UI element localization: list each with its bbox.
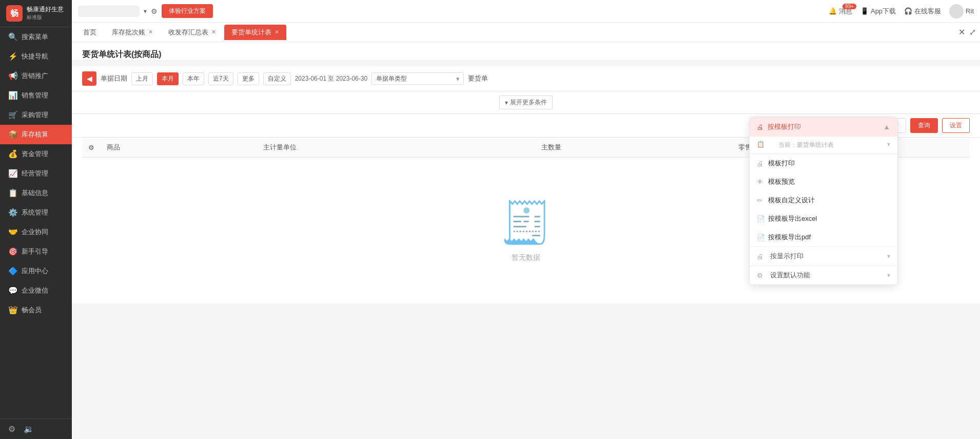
filter-bar: ◀ 单据日期 上月 本月 本年 近7天 更多 自定义 2023-06-01 至 … <box>72 66 980 91</box>
minimize-icon[interactable]: ✕ <box>958 27 965 37</box>
user-name: Rit <box>966 7 974 15</box>
cart-icon: 🛒 <box>8 110 17 120</box>
dropdown-item-preview[interactable]: 👁 模板预览 <box>750 173 897 191</box>
chevron-up-btn[interactable]: ▲ <box>883 123 890 131</box>
print-dropdown-panel: 🖨 按模板打印 ▲ 📋 当前：要货单统计表 ▾ 🖨 模板打印 👁 模板预览 <box>749 117 898 285</box>
topbar-dropdown-arrow[interactable]: ▾ <box>144 8 147 15</box>
filter-expand-button[interactable]: ◀ <box>82 71 96 86</box>
sidebar-item-label: 销售管理 <box>22 91 48 100</box>
sidebar-item-sales[interactable]: 📊 销售管理 <box>0 86 72 105</box>
gear-icon: ⚙️ <box>8 208 17 217</box>
sidebar-item-collab[interactable]: 🤝 企业协同 <box>0 222 72 242</box>
topbar: ▾ ⚙ 体验行业方案 🔔 消息 99+ 📱 App下载 🎧 在线客服 Rit <box>72 0 980 23</box>
search-icon: 🔍 <box>8 32 17 42</box>
lightning-icon: ⚡ <box>8 52 17 61</box>
table-col-product: 商品 <box>101 138 257 158</box>
topbar-gear-icon[interactable]: ⚙ <box>151 7 158 15</box>
sidebar-item-marketing[interactable]: 📢 营销推广 <box>0 66 72 86</box>
date-btn-custom[interactable]: 自定义 <box>263 72 291 85</box>
phone-icon: 📱 <box>860 7 869 15</box>
tab-inventory-batch[interactable]: 库存批次账 ✕ <box>105 25 160 40</box>
excel-item-icon: 📄 <box>757 215 765 223</box>
sidebar-item-newbie[interactable]: 🎯 新手引导 <box>0 242 72 261</box>
sidebar-item-system[interactable]: ⚙️ 系统管理 <box>0 203 72 222</box>
dropdown-title: 按模板打印 <box>768 122 801 131</box>
avatar-image <box>949 4 964 18</box>
maximize-icon[interactable]: ⤢ <box>969 27 976 37</box>
money-icon: 💰 <box>8 149 17 159</box>
table-settings-th[interactable]: ⚙ <box>82 138 101 158</box>
tab-stock-summary[interactable]: 收发存汇总表 ✕ <box>161 25 223 40</box>
target-icon: 🎯 <box>8 247 17 256</box>
chevron-right-icon: ▾ <box>887 253 890 260</box>
dropdown-header: 🖨 按模板打印 ▲ <box>750 117 897 137</box>
date-btn-more[interactable]: 更多 <box>238 72 259 85</box>
set-default-label: 设置默认功能 <box>770 271 810 280</box>
expand-more-button[interactable]: ▾ 展开更多条件 <box>499 96 553 109</box>
app-download-button[interactable]: 📱 App下载 <box>860 7 896 16</box>
tab-inventory-batch-label: 库存批次账 <box>112 28 145 37</box>
user-avatar[interactable]: Rit <box>949 4 974 18</box>
excel-item-label: 按模板导出excel <box>768 214 817 223</box>
app-download-label: App下载 <box>871 7 896 16</box>
page-header: 要货单统计表(按商品) <box>72 42 980 60</box>
settings-button[interactable]: 设置 <box>942 118 970 133</box>
preview-item-icon: 👁 <box>757 178 763 186</box>
order-type-select[interactable]: 单据单类型 <box>371 72 464 85</box>
query-button[interactable]: 查询 <box>910 118 938 133</box>
speaker-icon[interactable]: 🔉 <box>24 424 34 434</box>
print-item-icon: 🖨 <box>757 160 763 167</box>
messages-button[interactable]: 🔔 消息 99+ <box>829 7 852 16</box>
dropdown-header-left: 🖨 按模板打印 <box>757 122 801 131</box>
close-icon[interactable]: ✕ <box>211 29 216 35</box>
sidebar-item-finance[interactable]: 💰 资金管理 <box>0 144 72 164</box>
sidebar-item-appcenter[interactable]: 🔷 应用中心 <box>0 261 72 281</box>
settings-bottom-icon[interactable]: ⚙ <box>8 424 15 434</box>
empty-text: 暂无数据 <box>512 253 540 262</box>
tab-order-stats[interactable]: 要货单统计表 ✕ <box>224 25 286 40</box>
topbar-right: 🔔 消息 99+ 📱 App下载 🎧 在线客服 Rit <box>829 4 974 18</box>
page-title: 要货单统计表(按商品) <box>82 49 970 60</box>
design-item-label: 模板自定义设计 <box>768 196 815 205</box>
online-service-label: 在线客服 <box>914 7 941 16</box>
industry-plan-button[interactable]: 体验行业方案 <box>162 4 213 18</box>
printer-header-icon: 🖨 <box>757 123 763 131</box>
chat-icon: 💬 <box>8 286 17 295</box>
dropdown-item-custom-design[interactable]: ✏ 模板自定义设计 <box>750 191 897 209</box>
chevron-right-icon2: ▾ <box>887 272 890 279</box>
close-icon[interactable]: ✕ <box>148 29 153 35</box>
close-icon[interactable]: ✕ <box>275 29 279 35</box>
sidebar-item-search[interactable]: 🔍 搜索菜单 <box>0 27 72 47</box>
tab-home[interactable]: 首页 <box>76 25 104 40</box>
date-btn-this-month[interactable]: 本月 <box>157 72 179 85</box>
dropdown-item-display-print[interactable]: 🖨 按显示打印 ▾ <box>750 246 897 265</box>
clipboard-icon: 📋 <box>8 188 17 198</box>
chart-icon: 📊 <box>8 91 17 100</box>
sidebar-item-label: 应用中心 <box>22 266 48 276</box>
date-range-display: 2023-06-01 至 2023-06-30 <box>295 74 367 83</box>
sidebar-bottom: ⚙ 🔉 <box>0 418 72 439</box>
sidebar-item-inventory[interactable]: 📦 库存核算 <box>0 125 72 144</box>
online-service-button[interactable]: 🎧 在线客服 <box>904 7 941 16</box>
dropdown-item-print[interactable]: 🖨 模板打印 <box>750 154 897 173</box>
dropdown-item-export-excel[interactable]: 📄 按模板导出excel <box>750 209 897 228</box>
sidebar-item-purchase[interactable]: 🛒 采购管理 <box>0 105 72 125</box>
sidebar-logo: 畅 畅康通好生意 标准版 <box>0 0 72 27</box>
sidebar-item-operations[interactable]: 📈 经营管理 <box>0 164 72 183</box>
display-print-label: 按显示打印 <box>770 252 803 261</box>
sidebar-item-member[interactable]: 👑 畅会员 <box>0 300 72 320</box>
sidebar-item-wecom[interactable]: 💬 企业微信 <box>0 281 72 300</box>
dropdown-item-export-pdf[interactable]: 📄 按模板导出pdf <box>750 228 897 246</box>
date-btn-last-month[interactable]: 上月 <box>131 72 153 85</box>
cargo-label: 要货单 <box>468 74 488 83</box>
sidebar-item-label: 搜索菜单 <box>22 32 48 42</box>
display-print-icon: 🖨 <box>757 253 765 260</box>
tabbar-right: ✕ ⤢ <box>958 27 976 37</box>
sidebar-item-basicinfo[interactable]: 📋 基础信息 <box>0 183 72 203</box>
date-btn-7days[interactable]: 近7天 <box>208 72 233 85</box>
sidebar-item-label: 新手引导 <box>22 247 48 256</box>
topbar-search-input[interactable] <box>78 6 140 17</box>
sidebar-item-quicknav[interactable]: ⚡ 快捷导航 <box>0 47 72 66</box>
date-btn-this-year[interactable]: 本年 <box>183 72 204 85</box>
dropdown-item-set-default[interactable]: ⚙ 设置默认功能 ▾ <box>750 265 897 284</box>
